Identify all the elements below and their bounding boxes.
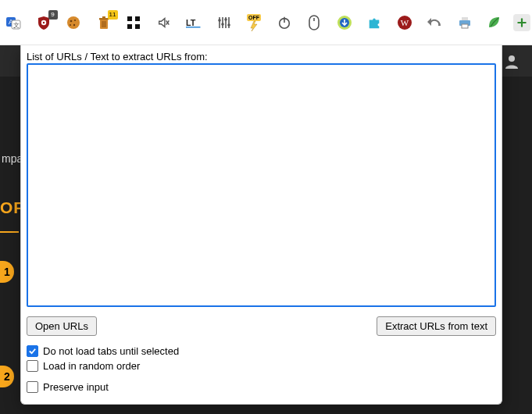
svg-marker-35 bbox=[251, 21, 257, 31]
apps-icon[interactable] bbox=[125, 14, 142, 31]
off-badge-icon[interactable]: OFF bbox=[245, 14, 262, 31]
options-group: Do not load tabs until selected Load in … bbox=[27, 345, 496, 396]
ublock-badge: 9 bbox=[48, 10, 58, 20]
svg-rect-45 bbox=[462, 17, 468, 20]
translate-icon[interactable]: A文 bbox=[5, 14, 22, 31]
mouse-icon[interactable] bbox=[305, 14, 323, 31]
svg-rect-17 bbox=[127, 16, 132, 21]
download-icon[interactable] bbox=[336, 14, 353, 31]
wikipedia-icon[interactable]: W bbox=[396, 14, 413, 31]
svg-point-8 bbox=[74, 19, 76, 20]
url-list-label: List of URLs / Text to extract URLs from… bbox=[27, 51, 496, 62]
svg-point-6 bbox=[67, 16, 80, 29]
open-urls-button[interactable]: Open URLs bbox=[27, 316, 97, 336]
avatar-icon[interactable] bbox=[504, 53, 520, 69]
svg-point-9 bbox=[73, 23, 75, 25]
browser-extension-toolbar: A文 9 11 LT OFF bbox=[0, 0, 532, 45]
checkbox-random[interactable] bbox=[27, 360, 38, 372]
languagetool-icon[interactable]: LT bbox=[185, 14, 202, 31]
option-random-label: Load in random order bbox=[43, 360, 140, 372]
url-list-textarea[interactable] bbox=[27, 63, 496, 307]
option-preserve-label: Preserve input bbox=[43, 381, 109, 393]
svg-point-30 bbox=[221, 23, 224, 26]
svg-text:文: 文 bbox=[13, 21, 20, 28]
svg-point-49 bbox=[509, 55, 515, 62]
trash-icon[interactable]: 11 bbox=[95, 14, 112, 31]
option-preserve[interactable]: Preserve input bbox=[27, 381, 496, 393]
svg-text:W: W bbox=[400, 18, 409, 27]
bg-partial-text-1: mpa bbox=[0, 152, 23, 165]
toolbar-inner: A文 9 11 LT OFF bbox=[2, 14, 532, 31]
svg-rect-38 bbox=[309, 16, 319, 30]
extension-popup: List of URLs / Text to extract URLs from… bbox=[20, 45, 502, 405]
option-random[interactable]: Load in random order bbox=[27, 360, 496, 372]
svg-text:OFF: OFF bbox=[248, 15, 260, 20]
svg-text:LT: LT bbox=[186, 17, 196, 27]
svg-rect-18 bbox=[135, 16, 140, 21]
svg-rect-12 bbox=[99, 18, 109, 20]
extract-urls-button[interactable]: Extract URLs from text bbox=[377, 316, 496, 336]
svg-point-29 bbox=[218, 19, 221, 22]
mute-icon[interactable] bbox=[155, 14, 173, 31]
svg-point-32 bbox=[227, 23, 230, 27]
trash-badge: 11 bbox=[108, 10, 118, 20]
open-urls-plus-icon[interactable] bbox=[513, 14, 530, 31]
option-no-load-label: Do not load tabs until selected bbox=[43, 345, 179, 357]
ublock-icon[interactable]: 9 bbox=[35, 14, 52, 31]
power-icon[interactable] bbox=[276, 14, 293, 31]
leaf-icon[interactable] bbox=[486, 14, 503, 31]
svg-point-5 bbox=[42, 21, 44, 23]
bg-step-1: 1 bbox=[0, 261, 14, 283]
svg-rect-13 bbox=[102, 16, 105, 18]
equalizer-icon[interactable] bbox=[216, 14, 233, 31]
svg-point-31 bbox=[224, 18, 227, 21]
option-no-load[interactable]: Do not load tabs until selected bbox=[27, 345, 496, 357]
bg-orange-rule bbox=[0, 231, 19, 233]
svg-rect-20 bbox=[135, 24, 140, 29]
bg-step-2: 2 bbox=[0, 366, 14, 387]
print-icon[interactable] bbox=[456, 14, 473, 31]
undo-icon[interactable] bbox=[426, 14, 443, 31]
puzzle-icon[interactable] bbox=[366, 14, 383, 31]
checkbox-no-load[interactable] bbox=[27, 345, 38, 357]
svg-rect-46 bbox=[462, 24, 468, 28]
checkbox-preserve[interactable] bbox=[27, 381, 38, 393]
button-row: Open URLs Extract URLs from text bbox=[27, 316, 496, 336]
svg-rect-19 bbox=[127, 24, 132, 29]
svg-point-10 bbox=[70, 24, 71, 26]
svg-point-7 bbox=[70, 20, 73, 22]
cookie-icon[interactable] bbox=[65, 14, 82, 31]
